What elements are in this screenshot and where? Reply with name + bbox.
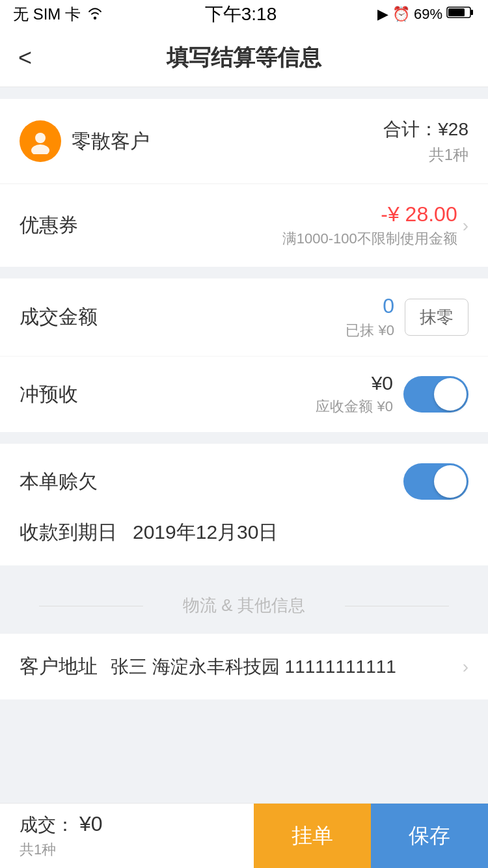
total-count: 共1种 [383,144,468,165]
bottom-total-label: 成交： [20,813,74,837]
debt-toggle-knob [434,465,467,498]
status-time: 下午3:18 [205,2,277,27]
prepay-row: 冲预收 ¥0 应收金额 ¥0 [0,357,488,432]
prepay-amounts: ¥0 应收金额 ¥0 [316,372,393,416]
bottom-count: 共1种 [20,840,234,860]
prepay-right: ¥0 应收金额 ¥0 [316,372,468,416]
chevron-right-icon: › [463,215,468,236]
coupon-desc: 满1000-100不限制使用金额 [282,229,457,249]
battery-icon [446,5,475,23]
customer-section: 零散客户 合计：¥28 共1种 优惠券 -¥ 28.00 满1000-100不限… [0,99,488,267]
debt-label: 本单赊欠 [20,468,98,495]
svg-point-4 [31,144,49,154]
due-date-value[interactable]: 2019年12月30日 [133,519,278,546]
avatar [20,120,61,162]
bottom-bar: 成交： ¥0 共1种 挂单 保存 [0,803,488,868]
hold-button[interactable]: 挂单 [254,804,371,869]
address-label: 客户地址 [20,653,98,680]
coupon-row[interactable]: 优惠券 -¥ 28.00 满1000-100不限制使用金额 › [0,183,488,267]
transaction-row: 成交金额 0 已抹 ¥0 抹零 [0,278,488,357]
due-date-row: 收款到期日 2019年12月30日 [0,519,488,565]
save-button[interactable]: 保存 [371,804,488,869]
coupon-right: -¥ 28.00 满1000-100不限制使用金额 › [282,202,468,249]
logistics-header: 物流 & 其他信息 [0,577,488,634]
address-value: 张三 海淀永丰科技园 11111111111 [111,655,463,679]
battery-text: 69% [414,6,442,23]
total-amount: 合计：¥28 [383,117,468,142]
customer-row: 零散客户 合计：¥28 共1种 [0,99,488,183]
alarm-icon: ⏰ [392,6,410,23]
bottom-total-amount: ¥0 [79,812,103,836]
customer-name: 零散客户 [72,128,150,155]
customer-left: 零散客户 [20,120,150,162]
address-row[interactable]: 客户地址 张三 海淀永丰科技园 11111111111 › [0,634,488,699]
svg-rect-2 [448,8,465,16]
coupon-label: 优惠券 [20,212,78,239]
svg-point-3 [35,133,46,143]
back-button[interactable]: < [18,44,32,72]
location-icon: ▶ [377,6,388,23]
prepay-toggle[interactable] [403,376,468,413]
debt-section: 本单赊欠 收款到期日 2019年12月30日 [0,444,488,565]
nav-title: 填写结算等信息 [167,43,321,73]
transaction-sub: 已抹 ¥0 [346,321,394,340]
transaction-right: 0 已抹 ¥0 抹零 [346,294,468,340]
round-button[interactable]: 抹零 [405,299,468,336]
transaction-value[interactable]: 0 [355,294,394,318]
coupon-amount: -¥ 28.00 [282,202,457,226]
due-date-label: 收款到期日 [20,519,117,546]
coupon-info: -¥ 28.00 满1000-100不限制使用金额 [282,202,457,249]
prepay-label: 冲预收 [20,381,78,408]
customer-right: 合计：¥28 共1种 [383,117,468,165]
status-left: 无 SIM 卡 [13,4,104,25]
status-right: ▶ ⏰ 69% [377,5,475,23]
wifi-icon [86,5,104,23]
debt-row: 本单赊欠 [0,444,488,519]
logistics-label: 物流 & 其他信息 [183,595,305,615]
address-section: 客户地址 张三 海淀永丰科技园 11111111111 › [0,634,488,699]
debt-toggle[interactable] [403,463,468,500]
transaction-amount-wrap: 0 已抹 ¥0 [346,294,394,340]
transaction-label: 成交金额 [20,304,98,331]
transaction-section: 成交金额 0 已抹 ¥0 抹零 冲预收 ¥0 应收金额 ¥0 [0,278,488,432]
address-chevron-icon: › [463,657,468,677]
nav-bar: < 填写结算等信息 [0,29,488,87]
prepay-amount: ¥0 [372,372,393,394]
prepay-sub: 应收金额 ¥0 [316,397,393,416]
status-bar: 无 SIM 卡 下午3:18 ▶ ⏰ 69% [0,0,488,29]
toggle-knob [434,378,467,411]
bottom-summary: 成交： ¥0 共1种 [0,812,254,860]
svg-rect-1 [470,10,473,15]
content-area: 零散客户 合计：¥28 共1种 优惠券 -¥ 28.00 满1000-100不限… [0,99,488,776]
carrier-text: 无 SIM 卡 [13,4,81,25]
